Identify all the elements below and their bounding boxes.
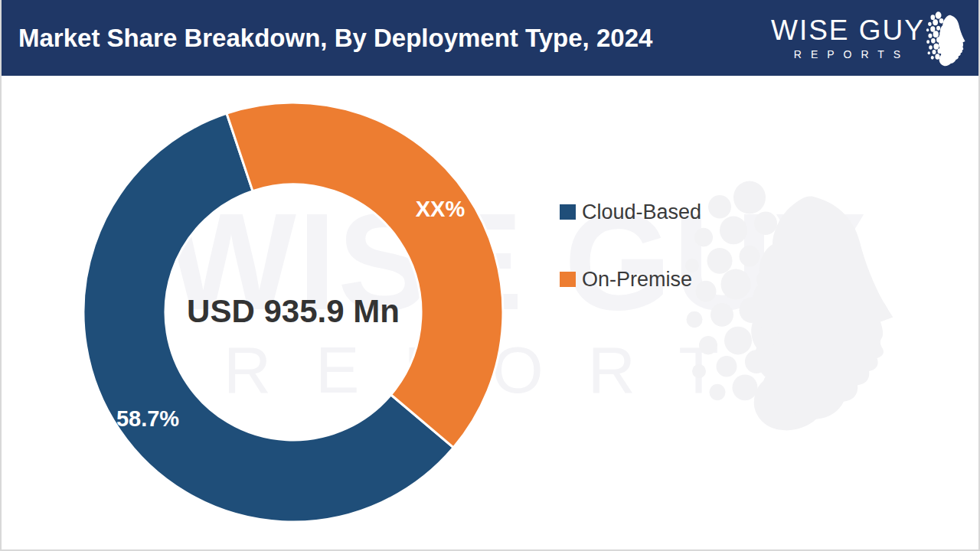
- logo-wordmark: WISE GUY: [771, 16, 925, 45]
- wiseguy-logo: WISE GUY REPORTS: [771, 7, 966, 70]
- logo-subtitle: REPORTS: [771, 48, 925, 60]
- report-page: WISE GUY REPORTS 58.7% XX% USD 935.9 Mn …: [0, 0, 980, 551]
- wiseguy-face-icon: [923, 8, 966, 69]
- donut-chart: [2, 0, 980, 551]
- wiseguy-logo-text: WISE GUY REPORTS: [771, 16, 925, 60]
- slice-label-cloud-based: 58.7%: [116, 406, 179, 432]
- header-bar: Market Share Breakdown, By Deployment Ty…: [2, 0, 978, 76]
- legend-label: On-Premise: [582, 268, 692, 292]
- slice-on-premise: [227, 103, 503, 448]
- page-title: Market Share Breakdown, By Deployment Ty…: [18, 0, 652, 76]
- legend-label: Cloud-Based: [582, 201, 701, 224]
- slice-label-on-premise: XX%: [416, 197, 465, 222]
- chart-center-value: USD 935.9 Mn: [187, 293, 400, 330]
- legend-swatch-on-premise: [560, 272, 576, 287]
- legend-item-cloud-based: Cloud-Based: [560, 201, 701, 223]
- legend-item-on-premise: On-Premise: [560, 269, 692, 290]
- legend-swatch-cloud-based: [560, 204, 576, 220]
